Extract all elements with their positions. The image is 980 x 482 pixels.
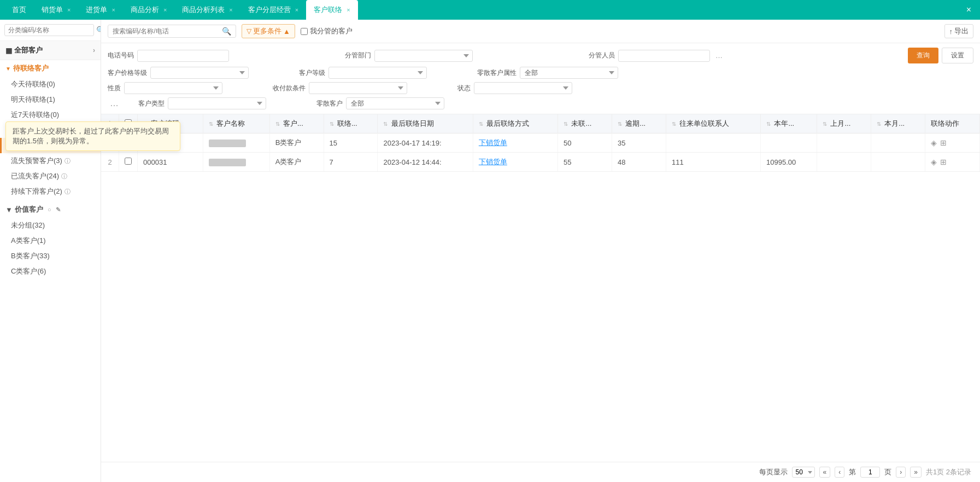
sidebar-item-class-a[interactable]: A类客户(1) xyxy=(0,233,101,248)
nav-tab-product-list[interactable]: 商品分析列表 × xyxy=(174,0,240,20)
customer-name-blurred: ████████ xyxy=(209,140,246,147)
page-number-input[interactable] xyxy=(860,467,880,478)
settings-button[interactable]: 设置 xyxy=(942,48,973,63)
sidebar-item-lost[interactable]: 已流失客户(24) ⓘ xyxy=(0,169,101,184)
nav-tab-customer-contact[interactable]: 客户联络 × xyxy=(306,0,357,20)
overdue-cell: 35 xyxy=(612,133,666,153)
sidebar-group-value[interactable]: ▼ 价值客户 ○ ✎ xyxy=(0,201,101,218)
close-icon[interactable]: × xyxy=(347,7,350,13)
more-dots[interactable]: … xyxy=(108,98,121,108)
prev-page-button[interactable]: ‹ xyxy=(835,467,844,478)
phone-input[interactable] xyxy=(137,50,229,62)
action-buttons: 查询 设置 xyxy=(908,48,973,63)
customers-table: ⚙ 客户编码 客户名称 客户... xyxy=(101,114,980,172)
row-checkbox-cell[interactable] xyxy=(119,153,138,172)
my-customers-checkbox-label[interactable]: 我分管的客户 xyxy=(301,26,353,36)
table-row: 2 000031 ████████ A类客户 7 2023-04-12 14:4… xyxy=(101,153,980,172)
search-input[interactable] xyxy=(113,27,222,35)
contact-icon[interactable]: ◈ xyxy=(931,138,937,147)
sidebar-group-pending[interactable]: ▼ 待联络客户 xyxy=(0,60,101,77)
close-icon[interactable]: × xyxy=(67,7,71,13)
export-button[interactable]: ↑ 导出 xyxy=(944,24,974,38)
nav-tab-sales[interactable]: 销货单 × xyxy=(34,0,78,20)
my-customers-checkbox[interactable] xyxy=(301,28,308,35)
col-company-contact[interactable]: 往来单位联系人 xyxy=(666,114,760,133)
search-bar: 🔍 ▽ 更多条件 ▲ 我分管的客户 ↑ 导出 xyxy=(101,20,980,43)
filter-icon: ▽ xyxy=(247,27,251,35)
nav-tab-product-analysis[interactable]: 商品分析 × xyxy=(123,0,174,20)
sidebar-search-bar: 🔍 xyxy=(0,20,101,41)
nav-tab-purchase[interactable]: 进货单 × xyxy=(78,0,122,20)
status-select[interactable] xyxy=(474,82,572,94)
col-customer-type[interactable]: 客户... xyxy=(269,114,324,133)
search-icon[interactable]: 🔍 xyxy=(96,26,101,34)
per-page-select[interactable]: 50 xyxy=(792,467,815,478)
collapse-icon[interactable]: › xyxy=(93,47,95,54)
close-icon[interactable]: × xyxy=(229,7,232,13)
more-action-icon[interactable]: ⊞ xyxy=(940,138,947,147)
last-contact-method-cell[interactable]: 下销货单 xyxy=(473,153,558,172)
customer-type-select[interactable] xyxy=(168,97,266,109)
col-overdue[interactable]: 逾期... xyxy=(612,114,666,133)
circle-icon[interactable]: ○ xyxy=(48,206,51,213)
search-icon[interactable]: 🔍 xyxy=(222,27,231,36)
col-this-month[interactable]: 本月... xyxy=(871,114,925,133)
retail-attr-select[interactable]: 全部 xyxy=(520,67,618,79)
sidebar-item-declining[interactable]: 持续下滑客户(2) ⓘ xyxy=(0,184,101,199)
sidebar-item-7days[interactable]: 近7天待联络(0) xyxy=(0,107,101,123)
payment-select[interactable] xyxy=(309,82,407,94)
col-customer-name[interactable]: 客户名称 xyxy=(203,114,269,133)
filter-row-4: … 客户类型 零散客户 全部 xyxy=(108,97,973,109)
close-icon[interactable]: × xyxy=(112,7,115,13)
col-last-contact-date[interactable]: 最后联络日期 xyxy=(378,114,473,133)
sidebar-item-ungrouped[interactable]: 未分组(32) xyxy=(0,218,101,233)
price-level-select[interactable] xyxy=(150,67,249,79)
more-action-icon[interactable]: ⊞ xyxy=(940,158,947,166)
col-uncontacted[interactable]: 未联... xyxy=(558,114,612,133)
sidebar-item-class-b[interactable]: B类客户(33) xyxy=(0,248,101,264)
customer-level-select[interactable] xyxy=(328,67,427,79)
top-nav: 首页 销货单 × 进货单 × 商品分析 × 商品分析列表 × 客户分层经营 × … xyxy=(0,0,980,20)
close-icon[interactable]: × xyxy=(163,7,167,13)
this-month-cell xyxy=(871,133,925,153)
first-page-button[interactable]: « xyxy=(819,467,831,478)
customer-type-cell: A类客户 xyxy=(269,153,324,172)
sidebar-item-tomorrow[interactable]: 明天待联络(1) xyxy=(0,92,101,107)
contact-cell: 7 xyxy=(324,153,378,172)
sidebar-item-today[interactable]: 今天待联络(0) xyxy=(0,77,101,92)
table-row: 1 000039 ████████ B类客户 15 2023-04-17 14:… xyxy=(101,133,980,153)
chevron-down-icon: ▼ xyxy=(5,66,11,72)
this-month-cell xyxy=(871,153,925,172)
close-icon[interactable]: × xyxy=(295,7,298,13)
info-icon[interactable]: ⓘ xyxy=(64,157,71,165)
window-close-button[interactable]: × xyxy=(962,5,976,15)
info-icon[interactable]: ⓘ xyxy=(64,188,71,196)
col-contact[interactable]: 联络... xyxy=(324,114,378,133)
sidebar-all-customers[interactable]: ▦ 全部客户 › xyxy=(0,41,101,60)
retail-select[interactable]: 全部 xyxy=(346,97,444,109)
customer-name-blurred: ████████ xyxy=(209,159,246,166)
sidebar-search-input[interactable] xyxy=(4,24,94,36)
query-button[interactable]: 查询 xyxy=(908,48,938,63)
edit-icon[interactable]: ✎ xyxy=(56,206,61,213)
more-dots[interactable]: … xyxy=(715,51,723,60)
sidebar-item-class-c[interactable]: C类客户(6) xyxy=(0,264,101,279)
contact-icon[interactable]: ◈ xyxy=(931,158,937,166)
sidebar-item-lost-warning[interactable]: 流失预警客户(3) ⓘ xyxy=(0,153,101,169)
col-last-month[interactable]: 上月... xyxy=(817,114,871,133)
gender-select[interactable] xyxy=(124,82,222,94)
row-checkbox[interactable] xyxy=(125,158,132,165)
col-this-year[interactable]: 本年... xyxy=(761,114,817,133)
last-contact-method-cell[interactable]: 下销货单 xyxy=(473,133,558,153)
customer-name-cell: ████████ xyxy=(203,133,269,153)
info-icon[interactable]: ⓘ xyxy=(61,172,67,181)
last-page-button[interactable]: » xyxy=(910,467,922,478)
manager-input[interactable] xyxy=(618,50,710,62)
nav-tab-home[interactable]: 首页 xyxy=(4,0,34,20)
dept-select[interactable] xyxy=(374,50,473,62)
more-filter-button[interactable]: ▽ 更多条件 ▲ xyxy=(242,24,295,38)
col-last-contact-method[interactable]: 最后联络方式 xyxy=(473,114,558,133)
next-page-button[interactable]: › xyxy=(896,467,906,478)
table-wrap: ⚙ 客户编码 客户名称 客户... xyxy=(101,114,980,462)
nav-tab-customer-tier[interactable]: 客户分层经营 × xyxy=(240,0,306,20)
